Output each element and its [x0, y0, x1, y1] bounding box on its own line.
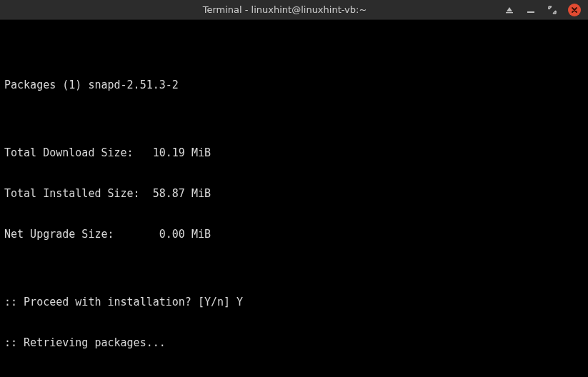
keep-on-top-button[interactable] [504, 4, 515, 16]
maximize-button[interactable] [547, 4, 558, 16]
window-controls [504, 4, 588, 16]
minimize-button[interactable] [525, 4, 537, 16]
terminal-line: Packages (1) snapd-2.51.3-2 [4, 79, 585, 92]
svg-rect-0 [506, 12, 513, 13]
terminal-line: Total Download Size: 10.19 MiB [4, 146, 585, 160]
terminal-output: Packages (1) snapd-2.51.3-2 Total Downlo… [4, 51, 585, 377]
window-titlebar: Terminal - linuxhint@linuxhint-vb:~ [0, 0, 588, 20]
terminal-viewport[interactable]: Packages (1) snapd-2.51.3-2 Total Downlo… [0, 20, 588, 377]
terminal-line: :: Proceed with installation? [Y/n] Y [4, 296, 585, 309]
terminal-line: Total Installed Size: 58.87 MiB [4, 187, 585, 201]
svg-rect-1 [527, 11, 534, 13]
window-title: Terminal - linuxhint@linuxhint-vb:~ [66, 4, 504, 15]
terminal-line: :: Retrieving packages... [4, 336, 585, 350]
terminal-line: Net Upgrade Size: 0.00 MiB [4, 228, 585, 241]
close-button[interactable] [568, 4, 581, 16]
